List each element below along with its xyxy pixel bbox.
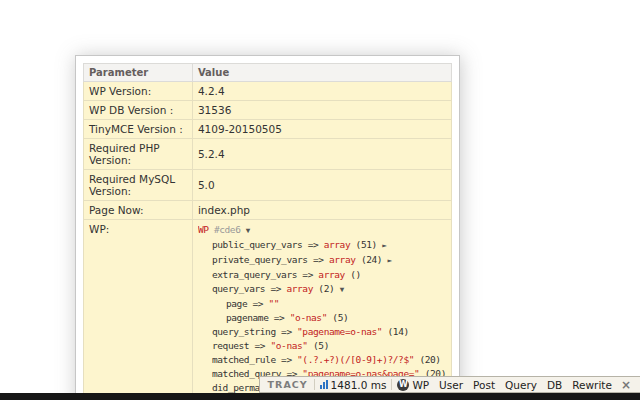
dump-arr: array — [329, 254, 356, 265]
param-cell: WP Version: — [84, 82, 193, 101]
tracy-wp-info-panel: Parameter Value WP Version: 4.2.4 WP DB … — [75, 55, 460, 400]
dump-toggle-icon[interactable]: ▼ — [340, 285, 344, 294]
value-cell: 5.0 — [192, 170, 451, 201]
dump-line: query_string => "pagename=o-nas" (14) — [198, 325, 446, 339]
dump-key: page — [226, 298, 247, 309]
dump-line: public_query_vars => array (51) ► — [198, 238, 446, 253]
table-row: WP Version: 4.2.4 — [84, 82, 452, 101]
dump-str: "" — [268, 298, 279, 309]
dump-pl: (51) — [350, 239, 382, 250]
value-cell: 4.2.4 — [192, 82, 451, 101]
dump-line: WP #cde6 ▼ — [198, 223, 446, 238]
dump-pl: (2) — [313, 283, 340, 294]
dump-key: query_string — [212, 326, 276, 337]
dump-pl: => — [268, 312, 289, 323]
dump-key: query_vars — [212, 283, 265, 294]
dump-str: "(.?.+?)(/[0-9]+)?/?$" — [297, 354, 414, 365]
dump-line: query_vars => array (2) ▼ — [198, 282, 446, 297]
dump-str: "pagename=o-nas" — [297, 326, 382, 337]
param-cell: Page Now: — [84, 201, 193, 220]
tracy-logo[interactable]: TRACY — [262, 379, 314, 390]
dump-pl: => — [276, 354, 297, 365]
dump-key: matched_rule — [212, 354, 276, 365]
dump-pl: () — [345, 269, 361, 280]
wp-dump: WP #cde6 ▼public_query_vars => array (51… — [198, 223, 446, 395]
dump-str: "o-nas" — [290, 312, 327, 323]
dump-arr: array — [318, 269, 345, 280]
wordpress-icon: W — [397, 379, 409, 391]
execution-time-item[interactable]: 1481.0 ms — [315, 379, 392, 391]
dump-pl: => — [249, 340, 270, 351]
param-cell: WP: — [84, 220, 193, 399]
dump-line: pagename => "o-nas" (5) — [198, 311, 446, 325]
dump-line: page => "" — [198, 297, 446, 311]
dump-pl: => — [265, 283, 286, 294]
panel-toggle-db[interactable]: DB — [542, 379, 567, 391]
close-icon[interactable]: × — [617, 378, 638, 392]
dump-key: request — [212, 340, 249, 351]
dump-pl: => — [308, 254, 329, 265]
tracy-debug-bar: TRACY 1481.0 ms W WP User Post Query DB … — [259, 376, 640, 393]
dump-toggle-icon[interactable]: ► — [382, 241, 386, 250]
dump-line: private_query_vars => array (24) ► — [198, 253, 446, 268]
panel-toggle-wp[interactable]: W WP — [392, 379, 434, 391]
param-cell: TinyMCE Version : — [84, 120, 193, 139]
dump-pl: (24) — [356, 254, 388, 265]
dump-pl: => — [247, 298, 268, 309]
column-header-value: Value — [192, 64, 451, 82]
panel-toggle-query[interactable]: Query — [500, 379, 542, 391]
bar-chart-icon — [320, 380, 328, 389]
wp-info-table: Parameter Value WP Version: 4.2.4 WP DB … — [83, 63, 452, 399]
dump-pl: (5) — [308, 340, 329, 351]
dump-key: private_query_vars — [212, 254, 308, 265]
execution-time-label: 1481.0 ms — [331, 379, 387, 391]
panel-toggle-user[interactable]: User — [434, 379, 468, 391]
dump-str: "o-nas" — [270, 340, 307, 351]
panel-toggle-wp-label: WP — [412, 379, 429, 391]
dump-hash: #cde6 — [214, 224, 241, 235]
dump-pl: (5) — [327, 312, 348, 323]
table-row: Page Now: index.php — [84, 201, 452, 220]
panel-toggle-rewrite[interactable]: Rewrite — [567, 379, 617, 391]
dump-arr: array — [286, 283, 313, 294]
dump-pl: (20) — [414, 354, 441, 365]
table-row: TinyMCE Version : 4109-20150505 — [84, 120, 452, 139]
dump-key: public_query_vars — [212, 239, 302, 250]
dump-pl: => — [302, 239, 323, 250]
dump-key: pagename — [226, 312, 269, 323]
value-cell: WP #cde6 ▼public_query_vars => array (51… — [192, 220, 451, 399]
table-row: WP DB Version : 31536 — [84, 101, 452, 120]
dump-line: matched_rule => "(.?.+?)(/[0-9]+)?/?$" (… — [198, 353, 446, 367]
value-cell: 31536 — [192, 101, 451, 120]
param-cell: WP DB Version : — [84, 101, 193, 120]
value-cell: 5.2.4 — [192, 139, 451, 170]
table-row: Required PHP Version: 5.2.4 — [84, 139, 452, 170]
dump-arr: array — [324, 239, 351, 250]
value-cell: index.php — [192, 201, 451, 220]
value-cell: 4109-20150505 — [192, 120, 451, 139]
dump-pl: => — [276, 326, 297, 337]
param-cell: Required PHP Version: — [84, 139, 193, 170]
panel-toggle-post[interactable]: Post — [468, 379, 500, 391]
column-header-parameter: Parameter — [84, 64, 193, 82]
table-row-wp-dump: WP: WP #cde6 ▼public_query_vars => array… — [84, 220, 452, 399]
table-header-row: Parameter Value — [84, 64, 452, 82]
dump-obj: WP — [198, 224, 209, 235]
param-cell: Required MySQL Version: — [84, 170, 193, 201]
dump-pl: => — [297, 269, 318, 280]
dump-line: extra_query_vars => array () — [198, 268, 446, 282]
dump-toggle-icon[interactable]: ► — [388, 256, 392, 265]
table-row: Required MySQL Version: 5.0 — [84, 170, 452, 201]
dump-pl: (14) — [382, 326, 409, 337]
dump-line: request => "o-nas" (5) — [198, 339, 446, 353]
dump-toggle-icon[interactable]: ▼ — [246, 226, 250, 235]
bottom-edge — [0, 393, 640, 400]
dump-key: extra_query_vars — [212, 269, 297, 280]
